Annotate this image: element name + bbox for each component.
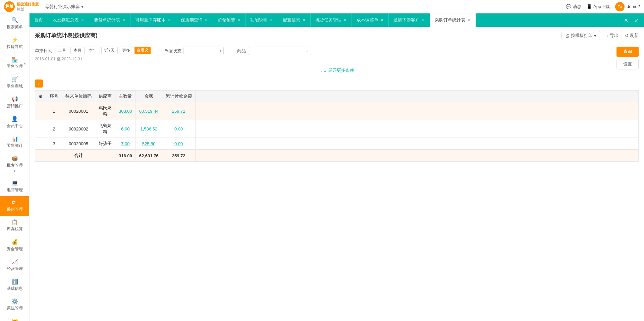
tab-close-all-btn[interactable]: ✕ xyxy=(621,15,631,25)
page-actions: 🖨 按模板打印 ▾ ↓ 导出 ↺ 刷新 xyxy=(561,31,639,40)
th-extra xyxy=(195,91,638,102)
row-unit-code: 00020001 xyxy=(62,102,95,120)
tab-close-cost-adjust[interactable]: ✕ xyxy=(380,18,384,22)
tab-invite-downstream[interactable]: 邀请下游客户 ✕ xyxy=(389,13,430,27)
tab-expiry-query[interactable]: 保质期查询 ✕ xyxy=(176,13,213,27)
sidebar-item-operations[interactable]: 📈 经营管理 xyxy=(0,255,29,275)
tab-requisition-stats[interactable]: 要货单统计表 ✕ xyxy=(89,13,130,27)
date-btn-this-year[interactable]: 本年 xyxy=(86,47,100,54)
th-amount: 金额 xyxy=(136,91,162,102)
expand-table-btn[interactable]: › xyxy=(35,79,43,88)
tab-close-requisition-stats[interactable]: ✕ xyxy=(122,18,125,22)
row-amount[interactable]: 1,586.52 xyxy=(136,120,162,138)
table-row: 100020001惠氏奶粉303.0060,519.44259.72 xyxy=(35,102,639,120)
gear-icon[interactable]: ⚙ xyxy=(39,94,43,99)
product-filter: 商品 ··· xyxy=(237,47,311,55)
date-btn-more[interactable]: 更多 xyxy=(119,47,133,54)
row-paid-amount[interactable]: 0.00 xyxy=(162,138,195,150)
expand-more-btn[interactable]: ⌄⌄ 展开更多条件 xyxy=(320,67,354,73)
tab-home[interactable]: 首页 xyxy=(30,13,48,27)
tab-close-expiry-query[interactable]: ✕ xyxy=(205,18,208,22)
th-main-qty: 主数量 xyxy=(115,91,136,102)
app-download-btn[interactable]: 📱 App下载 xyxy=(587,4,610,10)
th-paid-amount: 累计付款金额 xyxy=(162,91,195,102)
sidebar-item-inventory[interactable]: 📋 库存核算 xyxy=(0,216,29,235)
tab-maximize-btn[interactable]: ⤢ xyxy=(632,15,641,25)
row-main-qty[interactable]: 303.00 xyxy=(115,102,136,120)
sidebar-item-retail-shop[interactable]: 🛒 零售商城 xyxy=(0,73,29,93)
table-wrapper: ⚙ 序号 往来单位编码 供应商 主数量 金额 累计付款金额 100020001惠… xyxy=(30,90,644,321)
th-settings: ⚙ xyxy=(35,91,46,102)
custom-date-tag[interactable]: 自定义 xyxy=(135,47,151,54)
tab-close-config-info[interactable]: ✕ xyxy=(302,18,306,22)
th-supplier: 供应商 xyxy=(95,91,115,102)
tab-purchase-order-stats[interactable]: 采购订单统计表 ✕ xyxy=(430,13,476,27)
tab-cost-adjust[interactable]: 成本调整单 ✕ xyxy=(352,13,389,27)
user-menu[interactable]: Ea demo2 xyxy=(615,2,640,11)
row-unit-code: 00020005 xyxy=(62,138,95,150)
logo-text: 畅捷通好生意 标版 xyxy=(17,2,39,12)
retail-stats-icon: 📊 xyxy=(11,136,18,142)
footer-supplier xyxy=(95,150,115,162)
sidebar-item-member[interactable]: 👤 会员中心 xyxy=(0,112,29,132)
sidebar-item-retail-stats[interactable]: 📊 零售统计 xyxy=(0,132,29,152)
sidebar-item-ecommerce[interactable]: 💻 电商管理 xyxy=(0,176,29,196)
tab-pick-task[interactable]: 拣货任务管理 ✕ xyxy=(311,13,352,27)
row-index: 3 xyxy=(46,138,62,150)
sidebar-item-system[interactable]: ⚙️ 系统管理 xyxy=(0,295,29,315)
sidebar: 🔍 搜索英单 ⚡ 快捷导航 🏪 零售管理 ▲ 🛒 零售商城 📢 营销推广 👤 会… xyxy=(0,13,30,321)
message-btn[interactable]: 💬 消息 xyxy=(566,4,581,10)
tab-overstock-alert[interactable]: 超储预警 ✕ xyxy=(213,13,246,27)
sidebar-item-retail-mgmt[interactable]: 🏪 零售管理 ▲ xyxy=(0,53,29,73)
tab-receive-send[interactable]: 收发存汇总表 ✕ xyxy=(48,13,89,27)
tab-close-available-inventory[interactable]: ✕ xyxy=(168,18,171,22)
sidebar-item-quick-nav[interactable]: ⚡ 快捷导航 xyxy=(0,33,29,53)
enterprise-collab-icon: 🤝 xyxy=(11,318,18,321)
footer-settings xyxy=(35,150,62,162)
wholesale-arrow: ▼ xyxy=(13,169,16,173)
row-paid-amount[interactable]: 0.00 xyxy=(162,120,195,138)
row-amount[interactable]: 525.80 xyxy=(136,138,162,150)
query-btn[interactable]: 查询 xyxy=(616,47,639,57)
row-main-qty[interactable]: 7.00 xyxy=(115,138,136,150)
sidebar-item-finance[interactable]: 💰 资金管理 xyxy=(0,235,29,255)
sidebar-item-search[interactable]: 🔍 搜索英单 xyxy=(0,13,29,33)
print-btn[interactable]: 🖨 按模板打印 ▾ xyxy=(561,31,600,40)
tab-available-inventory[interactable]: 可用量库存账本 ✕ xyxy=(130,13,176,27)
sidebar-item-wholesale[interactable]: 📦 批发管理 ▼ xyxy=(0,152,29,176)
page-title: 采购订单统计表(按供应商) xyxy=(35,32,98,39)
sidebar-item-purchase[interactable]: 🛍 采购管理 xyxy=(0,196,29,216)
row-settings xyxy=(35,120,46,138)
tab-close-invite-downstream[interactable]: ✕ xyxy=(422,18,425,22)
retail-mgmt-icon: 🏪 xyxy=(11,56,18,63)
wholesale-icon: 📦 xyxy=(11,155,18,162)
sidebar-item-enterprise-collab[interactable]: 🤝 企业协同 xyxy=(0,315,29,321)
setting-btn[interactable]: 设置 xyxy=(616,59,639,69)
row-paid-amount[interactable]: 259.72 xyxy=(162,102,195,120)
product-more-icon[interactable]: ··· xyxy=(305,48,308,53)
status-select[interactable] xyxy=(183,47,224,55)
sidebar-item-marketing[interactable]: 📢 营销推广 xyxy=(0,93,29,112)
workspace-label[interactable]: 母婴行业演示账套 ▾ xyxy=(45,4,84,10)
tab-close-overstock-alert[interactable]: ✕ xyxy=(237,18,240,22)
export-btn[interactable]: ↓ 导出 xyxy=(603,31,623,40)
tab-close-receive-send[interactable]: ✕ xyxy=(81,18,84,22)
product-input[interactable] xyxy=(251,48,305,53)
tab-function-guide[interactable]: 功能说明 ✕ xyxy=(246,13,278,27)
date-btn-7days[interactable]: 近7天 xyxy=(101,47,118,54)
tab-config-info[interactable]: 配置信息 ✕ xyxy=(278,13,311,27)
row-amount[interactable]: 60,519.44 xyxy=(136,102,162,120)
nav-tabs-end: ✕ ⤢ xyxy=(619,15,644,25)
tab-close-function-guide[interactable]: ✕ xyxy=(270,18,273,22)
row-main-qty[interactable]: 6.00 xyxy=(115,120,136,138)
footer-main-qty: 316.00 xyxy=(115,150,136,162)
purchase-icon: 🛍 xyxy=(12,200,17,206)
footer-amount: 62,631.76 xyxy=(136,150,162,162)
sidebar-item-basics[interactable]: ℹ️ 基础信息 xyxy=(0,275,29,295)
date-btn-this-month[interactable]: 本月 xyxy=(70,47,85,54)
refresh-btn[interactable]: ↺ 刷新 xyxy=(625,33,639,39)
tab-close-purchase-order-stats[interactable]: ✕ xyxy=(467,18,471,22)
date-btn-last-month[interactable]: 上月 xyxy=(55,47,69,54)
table-action-bar: › xyxy=(30,77,644,90)
tab-close-pick-task[interactable]: ✕ xyxy=(343,18,347,22)
